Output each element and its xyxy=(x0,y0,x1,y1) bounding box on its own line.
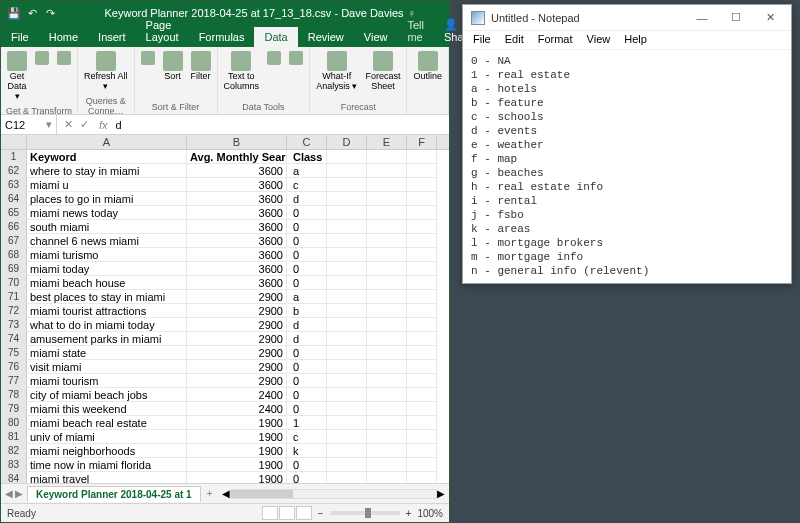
cell[interactable]: 2900 xyxy=(187,374,287,388)
cell[interactable] xyxy=(367,192,407,206)
cell[interactable]: 2900 xyxy=(187,290,287,304)
cell[interactable] xyxy=(327,290,367,304)
cell[interactable]: 2900 xyxy=(187,360,287,374)
filter-button[interactable]: Filter xyxy=(189,49,213,84)
view-normal-button[interactable] xyxy=(262,506,278,520)
tab-page-layout[interactable]: Page Layout xyxy=(136,15,189,47)
view-page-break-button[interactable] xyxy=(296,506,312,520)
cell[interactable] xyxy=(407,304,437,318)
cell[interactable]: d xyxy=(287,192,327,206)
tab-view[interactable]: View xyxy=(354,27,398,47)
cell[interactable]: 3600 xyxy=(187,220,287,234)
scroll-left-icon[interactable]: ◀ xyxy=(222,488,230,499)
row-header[interactable]: 64 xyxy=(1,192,27,206)
cell[interactable]: 0 xyxy=(287,458,327,472)
row-header[interactable]: 84 xyxy=(1,472,27,483)
cell[interactable] xyxy=(367,262,407,276)
cell[interactable] xyxy=(407,262,437,276)
cell[interactable] xyxy=(367,248,407,262)
sort-az-button[interactable] xyxy=(139,49,157,67)
cell[interactable]: miami beach real estate xyxy=(27,416,187,430)
name-box[interactable]: C12 ▾ xyxy=(1,115,57,134)
cell[interactable] xyxy=(367,304,407,318)
cell[interactable]: 3600 xyxy=(187,262,287,276)
cell[interactable]: c xyxy=(287,430,327,444)
cell[interactable] xyxy=(367,388,407,402)
refresh-all-button[interactable]: Refresh All ▾ xyxy=(82,49,130,94)
cell[interactable] xyxy=(407,332,437,346)
col-header-e[interactable]: E xyxy=(367,135,407,149)
cell[interactable] xyxy=(367,332,407,346)
cell[interactable]: 0 xyxy=(287,206,327,220)
what-if-button[interactable]: What-If Analysis ▾ xyxy=(314,49,359,94)
row-header[interactable]: 69 xyxy=(1,262,27,276)
tab-home[interactable]: Home xyxy=(39,27,88,47)
cell[interactable] xyxy=(327,458,367,472)
hscroll-thumb[interactable] xyxy=(231,490,292,498)
cell[interactable]: Avg. Monthly Searches xyxy=(187,150,287,164)
scroll-right-icon[interactable]: ▶ xyxy=(437,488,445,499)
cell[interactable]: 3600 xyxy=(187,276,287,290)
cell[interactable] xyxy=(367,458,407,472)
cancel-formula-icon[interactable]: ✕ xyxy=(61,118,75,131)
cell[interactable] xyxy=(407,192,437,206)
remove-dups-button[interactable] xyxy=(287,49,305,67)
cell[interactable]: 1900 xyxy=(187,458,287,472)
cell[interactable]: 0 xyxy=(287,234,327,248)
add-sheet-button[interactable]: + xyxy=(201,488,219,499)
cell[interactable]: time now in miami florida xyxy=(27,458,187,472)
cell[interactable] xyxy=(407,178,437,192)
tab-data[interactable]: Data xyxy=(254,27,297,47)
np-menu-help[interactable]: Help xyxy=(618,31,653,49)
zoom-slider[interactable] xyxy=(330,511,400,515)
text-to-columns-button[interactable]: Text to Columns xyxy=(222,49,262,94)
cell[interactable] xyxy=(367,276,407,290)
cell[interactable]: 2900 xyxy=(187,346,287,360)
cell[interactable]: 2900 xyxy=(187,304,287,318)
cell[interactable] xyxy=(407,374,437,388)
cell[interactable]: 0 xyxy=(287,472,327,483)
get-data-button[interactable]: Get Data ▾ xyxy=(5,49,29,104)
row-header[interactable]: 75 xyxy=(1,346,27,360)
tab-review[interactable]: Review xyxy=(298,27,354,47)
cell[interactable] xyxy=(327,360,367,374)
row-header[interactable]: 78 xyxy=(1,388,27,402)
row-header[interactable]: 66 xyxy=(1,220,27,234)
grid-body[interactable]: 1KeywordAvg. Monthly SearchesClass62wher… xyxy=(1,150,449,483)
cell[interactable]: d xyxy=(287,318,327,332)
cell[interactable] xyxy=(407,234,437,248)
cell[interactable] xyxy=(367,430,407,444)
np-menu-format[interactable]: Format xyxy=(532,31,579,49)
cell[interactable] xyxy=(327,430,367,444)
cell[interactable]: 0 xyxy=(287,388,327,402)
close-button[interactable]: ✕ xyxy=(753,7,787,29)
cell[interactable] xyxy=(407,472,437,483)
col-header-b[interactable]: B xyxy=(187,135,287,149)
cell[interactable] xyxy=(367,206,407,220)
horizontal-scrollbar[interactable]: ◀ ▶ xyxy=(218,488,449,499)
cell[interactable]: b xyxy=(287,304,327,318)
cell[interactable] xyxy=(407,360,437,374)
row-header[interactable]: 63 xyxy=(1,178,27,192)
cell[interactable]: a xyxy=(287,164,327,178)
cell[interactable]: 2400 xyxy=(187,402,287,416)
cell[interactable] xyxy=(367,416,407,430)
cell[interactable] xyxy=(367,360,407,374)
cell[interactable]: 0 xyxy=(287,276,327,290)
cell[interactable] xyxy=(327,262,367,276)
cell[interactable]: 3600 xyxy=(187,178,287,192)
cell[interactable] xyxy=(407,388,437,402)
cell[interactable] xyxy=(407,164,437,178)
cell[interactable]: what to do in miami today xyxy=(27,318,187,332)
cell[interactable]: miami tourism xyxy=(27,374,187,388)
row-header[interactable]: 72 xyxy=(1,304,27,318)
row-header[interactable]: 81 xyxy=(1,430,27,444)
row-header[interactable]: 73 xyxy=(1,318,27,332)
cell[interactable] xyxy=(407,276,437,290)
view-page-layout-button[interactable] xyxy=(279,506,295,520)
tab-formulas[interactable]: Formulas xyxy=(189,27,255,47)
cell[interactable]: Class xyxy=(287,150,327,164)
sheet-nav-next-icon[interactable]: ▶ xyxy=(15,488,23,499)
cell[interactable]: 0 xyxy=(287,402,327,416)
formula-input[interactable] xyxy=(112,119,449,131)
